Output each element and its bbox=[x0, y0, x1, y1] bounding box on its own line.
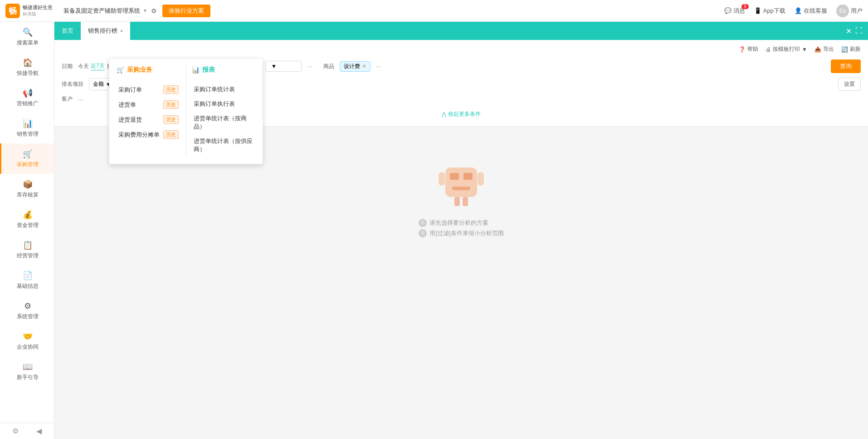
svg-rect-7 bbox=[478, 172, 484, 186]
tab-close-icon[interactable]: × bbox=[120, 29, 123, 34]
doc-status-dots[interactable]: ··· bbox=[307, 63, 312, 70]
goods-dots[interactable]: ··· bbox=[376, 63, 381, 70]
capital-icon: 💰 bbox=[23, 210, 33, 220]
sidebar-item-search-menu[interactable]: 🔍 搜索菜单 bbox=[0, 22, 54, 52]
dropdown-item-return-goods[interactable]: 进货退货 历史 bbox=[117, 112, 180, 127]
purchase-order-label: 采购订单 bbox=[118, 86, 142, 94]
search-menu-icon: 🔍 bbox=[23, 27, 33, 37]
tab-window-close-icon[interactable]: ✕ bbox=[846, 27, 852, 35]
order-exec-label: 采购订单执行表 bbox=[194, 100, 235, 108]
dropdown-item-order-stats[interactable]: 采购订单统计表 bbox=[192, 82, 256, 97]
receive-goods-label: 进货单 bbox=[118, 101, 136, 109]
svg-rect-4 bbox=[454, 197, 460, 206]
logo-area: 畅 畅捷通好生意 标准版 bbox=[5, 4, 60, 18]
sidebar-item-purchase-mgmt[interactable]: 🛒 采购管理 bbox=[0, 143, 54, 174]
dropdown-item-cost-split[interactable]: 采购费用分摊单 历史 bbox=[117, 127, 180, 142]
tab-home-label: 首页 bbox=[62, 27, 73, 35]
sidebar-label-inventory: 库存核算 bbox=[17, 191, 39, 199]
sidebar-item-basic-info[interactable]: 📄 基础信息 bbox=[0, 265, 54, 296]
operations-icon: 📋 bbox=[23, 240, 33, 250]
basic-info-icon: 📄 bbox=[23, 271, 33, 281]
receive-by-goods-label: 进货单统计表（按商品） bbox=[194, 114, 254, 131]
setting-button[interactable]: 设置 bbox=[838, 78, 861, 91]
sidebar-item-guide[interactable]: 📖 新手引导 bbox=[0, 356, 54, 387]
sidebar-item-system-mgmt[interactable]: ⚙ 系统管理 bbox=[0, 296, 54, 326]
logo-icon: 畅 bbox=[5, 4, 20, 18]
sidebar-collapse-icon[interactable]: ◀ bbox=[36, 427, 42, 435]
empty-robot-svg bbox=[434, 163, 488, 208]
sidebar-bottom: ⚙ ◀ bbox=[0, 423, 54, 439]
trial-button[interactable]: 体验行业方案 bbox=[162, 5, 210, 17]
service-icon: 👤 bbox=[795, 7, 802, 14]
sidebar-item-inventory[interactable]: 📦 库存核算 bbox=[0, 174, 54, 204]
enterprise-icon: 🤝 bbox=[23, 331, 33, 341]
sidebar-label-marketing: 营销推广 bbox=[17, 100, 39, 108]
system-icon: ⚙ bbox=[24, 301, 31, 311]
settings-icon[interactable]: ⚙ bbox=[151, 7, 157, 15]
sidebar-label-guide: 新手引导 bbox=[17, 374, 39, 381]
print-template-button[interactable]: 🖨 按模板打印 ▼ bbox=[766, 45, 807, 53]
customer-label: 客户 bbox=[62, 95, 73, 103]
sidebar-settings-icon[interactable]: ⚙ bbox=[12, 427, 19, 435]
return-goods-label: 进货退货 bbox=[118, 116, 142, 124]
app-name: 畅捷通好生意 bbox=[23, 4, 53, 10]
dropdown-item-receive-by-supplier[interactable]: 进货单统计表（按供应商） bbox=[192, 134, 256, 157]
refresh-button[interactable]: 🔄 刷新 bbox=[841, 45, 861, 53]
receive-by-supplier-label: 进货单统计表（按供应商） bbox=[194, 137, 254, 153]
svg-rect-0 bbox=[445, 168, 477, 197]
message-icon: 💬 bbox=[724, 7, 731, 14]
tabs-bar-right: ✕ ⛶ bbox=[846, 27, 868, 35]
message-badge: 9 bbox=[741, 4, 749, 9]
customer-dots[interactable]: ··· bbox=[78, 96, 83, 103]
online-service-btn[interactable]: 👤 在线客服 bbox=[795, 7, 827, 15]
purchase-order-history-badge: 历史 bbox=[163, 85, 179, 94]
goods-tag-close-icon[interactable]: ✕ bbox=[362, 63, 366, 69]
dropdown-item-purchase-order[interactable]: 采购订单 历史 bbox=[117, 82, 180, 97]
print-template-label: 按模板打印 bbox=[773, 45, 800, 53]
help-button[interactable]: ❓ 帮助 bbox=[739, 45, 758, 53]
refresh-label: 刷新 bbox=[850, 45, 861, 53]
query-button[interactable]: 查询 bbox=[831, 59, 861, 73]
dropdown-columns: 🛒 采购业务 采购订单 历史 进货单 历史 bbox=[117, 66, 255, 157]
cost-split-history-badge: 历史 bbox=[163, 130, 179, 139]
sidebar-item-capital[interactable]: 💰 资金管理 bbox=[0, 204, 54, 235]
sidebar-item-quick-nav[interactable]: 🏠 快捷导航 bbox=[0, 52, 54, 83]
tab-sales-ranking[interactable]: 销售排行榜 × bbox=[81, 22, 130, 40]
message-btn[interactable]: 💬 消息 9 bbox=[724, 7, 745, 15]
export-button[interactable]: 📤 导出 bbox=[814, 45, 834, 53]
app-edition: 标准版 bbox=[23, 11, 53, 17]
doc-status-select[interactable]: ▼ bbox=[265, 61, 302, 72]
tab-home[interactable]: 首页 bbox=[54, 22, 81, 40]
help-label: 帮助 bbox=[747, 45, 758, 53]
date-option-today[interactable]: 今天 bbox=[78, 63, 89, 70]
dropdown-report-header: 📊 报表 bbox=[192, 66, 256, 77]
sidebar-label-system-mgmt: 系统管理 bbox=[17, 313, 39, 321]
date-filter-label: 日期 bbox=[62, 63, 73, 70]
sidebar-item-marketing[interactable]: 📢 营销推广 bbox=[0, 83, 54, 113]
tab-expand-icon[interactable]: ⛶ bbox=[855, 27, 863, 35]
app-download-btn[interactable]: 📱 App下载 bbox=[754, 7, 785, 15]
sidebar-item-operations[interactable]: 📋 经营管理 bbox=[0, 235, 54, 265]
print-chevron-icon: ▼ bbox=[802, 46, 807, 53]
user-btn[interactable]: Ea 用户 bbox=[836, 5, 863, 17]
dropdown-purchase-header: 🛒 采购业务 bbox=[117, 66, 180, 77]
purchase-header-label: 采购业务 bbox=[127, 66, 152, 74]
dropdown-menu: 🛒 采购业务 采购订单 历史 进货单 历史 bbox=[109, 58, 263, 164]
sidebar-item-sales-mgmt[interactable]: 📊 销售管理 bbox=[0, 113, 54, 143]
dropdown-item-order-exec[interactable]: 采购订单执行表 bbox=[192, 97, 256, 111]
chevron-down-icon[interactable]: ▼ bbox=[143, 8, 147, 13]
dropdown-item-receive-goods[interactable]: 进货单 历史 bbox=[117, 97, 180, 112]
online-service-label: 在线客服 bbox=[804, 7, 827, 15]
sidebar-item-enterprise[interactable]: 🤝 企业协同 bbox=[0, 326, 54, 356]
svg-rect-2 bbox=[463, 173, 473, 180]
return-goods-history-badge: 历史 bbox=[163, 115, 179, 124]
system-title-area: 装备及固定资产辅助管理系统 ▼ bbox=[63, 7, 147, 15]
dropdown-item-receive-by-goods[interactable]: 进货单统计表（按商品） bbox=[192, 111, 256, 134]
content-area: ❓ 帮助 🖨 按模板打印 ▼ 📤 导出 🔄 刷新 bbox=[54, 40, 868, 439]
svg-rect-6 bbox=[439, 172, 445, 186]
empty-hint-area: ① 请先选择要分析的方案 ② 用[过滤]条件来缩小分析范围 bbox=[419, 217, 503, 239]
print-icon: 🖨 bbox=[766, 46, 771, 53]
goods-tag[interactable]: 设计费 ✕ bbox=[340, 61, 371, 72]
date-option-7days[interactable]: 近7天 bbox=[91, 62, 105, 70]
system-title-text: 装备及固定资产辅助管理系统 bbox=[63, 7, 140, 15]
